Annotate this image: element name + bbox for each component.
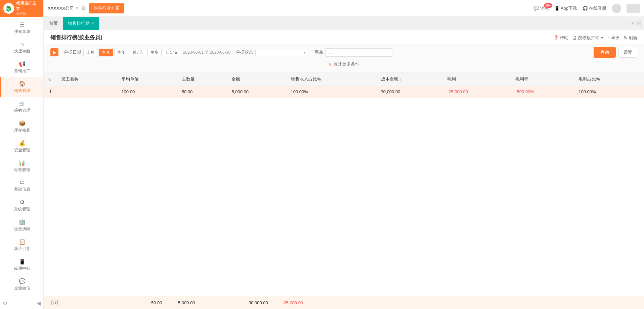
sidebar-label-quick-nav: 快捷导航 <box>14 48 30 54</box>
goods-input[interactable]: ... <box>325 48 392 57</box>
sidebar-item-marketing[interactable]: 📢营销推广 <box>0 57 43 77</box>
tab-home[interactable]: 首页 <box>44 17 63 30</box>
user-avatar[interactable] <box>612 4 621 13</box>
date-btn-last-month[interactable]: 上月 <box>83 49 97 56</box>
phone-icon: 📱 <box>554 6 560 11</box>
sidebar-icon-purchase: 🛒 <box>19 100 26 107</box>
refresh-icon: ↻ <box>624 35 628 40</box>
topbar-gear-icon[interactable]: ⚙ <box>81 5 86 11</box>
goods-ellipsis: ... <box>328 50 332 55</box>
settings-button[interactable]: 设置 <box>618 47 637 58</box>
cell-cost: 30,000.00 <box>377 86 443 98</box>
user-menu[interactable] <box>627 4 640 13</box>
col-profit-rate: 毛利率 <box>511 73 574 86</box>
tab-close-icon[interactable]: × <box>92 21 94 26</box>
goods-filter: 商品 ... <box>314 48 392 57</box>
export-icon: ↑ <box>608 35 610 40</box>
query-button[interactable]: 查询 <box>594 47 616 58</box>
print-button[interactable]: 🖨 按模板打印 ▼ <box>572 35 604 41</box>
topbar: XXXXXX公司 ▼ ⚙ 体验行业方案 💬 消息 99+ 📱 App下载 🎧 在… <box>44 0 644 17</box>
sidebar-item-newbie[interactable]: 📋新手引导 <box>0 235 43 255</box>
sidebar-label-app-center: 应用中心 <box>14 266 30 271</box>
sidebar-label-sales: 销售管理 <box>14 88 30 94</box>
sidebar-label-inventory: 库存核算 <box>14 127 30 133</box>
expand-icon: ∨ <box>329 62 332 67</box>
date-btn-custom[interactable]: 自定义 <box>163 49 181 56</box>
tabbar: 首页 销售排行榜 × × ⊡ <box>44 17 644 30</box>
date-label: 单据日期 <box>64 49 81 55</box>
sidebar-item-operation[interactable]: 📊经营管理 <box>0 156 43 176</box>
sidebar-label-basic-info: 基础信息 <box>14 187 30 192</box>
sidebar-item-finance[interactable]: 💰资金管理 <box>0 137 43 156</box>
sidebar-icon-basic-info: 🗂 <box>19 179 25 186</box>
refresh-label: 刷新 <box>629 35 637 41</box>
sidebar-label-operation: 经营管理 <box>14 167 30 173</box>
filter-collapse-btn[interactable]: ▶ <box>50 48 58 56</box>
date-btn-more[interactable]: 更多 <box>147 49 162 56</box>
footer-quantity: 50.00 <box>151 300 178 305</box>
company-name: XXXXXX公司 <box>48 5 74 11</box>
table-row: 1 100.00 50.00 5,000.00 100.00% 30,000.0… <box>44 86 644 98</box>
help-link[interactable]: ❓ 帮助 <box>553 35 568 41</box>
date-btn-7days[interactable]: 近7天 <box>130 49 146 56</box>
app-download-button[interactable]: 📱 App下载 <box>554 5 577 11</box>
sidebar-item-sales[interactable]: 🏠销售管理 <box>0 77 43 97</box>
sidebar-logo: 🐉 畅康通好生意 标准版 <box>0 0 43 17</box>
date-btn-this-year[interactable]: 本年 <box>114 49 128 56</box>
status-select[interactable]: ▼ <box>255 49 309 56</box>
sidebar-icon-search-order: ☰ <box>20 21 25 28</box>
sidebar: 🐉 畅康通好生意 标准版 ☰搜索菜单⌂快捷导航📢营销推广🏠销售管理🛒采购管理📦库… <box>0 0 44 309</box>
sidebar-icon-enterprise: 🏢 <box>19 219 26 225</box>
refresh-button[interactable]: ↻ 刷新 <box>624 35 637 41</box>
status-label: 单据状态 <box>236 49 253 55</box>
message-button[interactable]: 💬 消息 99+ <box>534 5 549 11</box>
sidebar-item-enterprise[interactable]: 🏢企业协同 <box>0 215 43 235</box>
sidebar-item-quick-nav[interactable]: ⌂快捷导航 <box>0 38 43 57</box>
tab-sales-ranking[interactable]: 销售排行榜 × <box>63 17 99 30</box>
col-avg-price: 平均单价 <box>117 73 177 86</box>
window-maximize-icon[interactable]: ⊡ <box>637 20 641 27</box>
print-dropdown-icon: ▼ <box>601 36 604 40</box>
page-actions: ❓ 帮助 🖨 按模板打印 ▼ ↑ 导出 ↻ 刷新 <box>553 35 637 41</box>
headset-icon: 🎧 <box>583 6 588 11</box>
home-tab-label: 首页 <box>49 20 58 27</box>
cell-rank: 1 <box>44 86 57 98</box>
sidebar-icon-newbie: 📋 <box>19 239 26 245</box>
company-selector[interactable]: XXXXXX公司 ▼ <box>48 5 79 11</box>
expand-label: 展开更多条件 <box>333 61 359 67</box>
sidebar-item-system[interactable]: ⚙系统管理 <box>0 196 43 215</box>
window-close-icon[interactable]: × <box>631 20 634 27</box>
table-wrapper: ☆ 员工名称 平均单价 主数量 全额 销售收入占比% 成本全额 ℹ 毛利 毛利率… <box>44 73 644 296</box>
filter-more-row: ∨ 展开更多条件 <box>50 58 637 70</box>
app-name: 畅康通好生意 <box>16 1 40 11</box>
ranking-table: ☆ 员工名称 平均单价 主数量 全额 销售收入占比% 成本全额 ℹ 毛利 毛利率… <box>44 73 644 98</box>
sidebar-item-inventory[interactable]: 📦库存核算 <box>0 117 43 137</box>
date-buttons: 上月 本月 本年 近7天 更多 自定义 <box>83 49 181 56</box>
sidebar-item-enterprise-wechat[interactable]: 💬企业微信 <box>0 275 43 295</box>
page-header: 销售排行榜(按业务员) ❓ 帮助 🖨 按模板打印 ▼ ↑ 导出 ↻ 刷新 <box>44 30 644 44</box>
date-btn-this-month[interactable]: 本月 <box>99 49 113 56</box>
col-name: 员工名称 <box>57 73 117 86</box>
cell-quantity: 50.00 <box>178 86 228 98</box>
col-cost: 成本全额 ℹ <box>377 73 443 86</box>
help-label: 帮助 <box>560 35 568 41</box>
sidebar-label-enterprise: 企业协同 <box>14 226 30 232</box>
sidebar-item-purchase[interactable]: 🛒采购管理 <box>0 97 43 117</box>
sidebar-item-app-center[interactable]: 📱应用中心 <box>0 255 43 275</box>
sidebar-item-basic-info[interactable]: 🗂基础信息 <box>0 176 43 196</box>
sidebar-icon-quick-nav: ⌂ <box>20 41 24 47</box>
online-service-button[interactable]: 🎧 在线客服 <box>583 5 606 11</box>
table-header-row: ☆ 员工名称 平均单价 主数量 全额 销售收入占比% 成本全额 ℹ 毛利 毛利率… <box>44 73 644 86</box>
settings-icon[interactable]: ⚙ <box>3 300 7 306</box>
sidebar-item-search-order[interactable]: ☰搜索菜单 <box>0 18 43 38</box>
expand-more-btn[interactable]: ∨ 展开更多条件 <box>326 60 362 68</box>
trial-button[interactable]: 体验行业方案 <box>89 3 124 13</box>
sidebar-item-member[interactable]: ♛畅会员 <box>0 295 43 297</box>
export-button[interactable]: ↑ 导出 <box>608 35 620 41</box>
sidebar-icon-marketing: 📢 <box>19 61 26 67</box>
tabbar-window-controls: × ⊡ <box>629 17 644 30</box>
sidebar-menu: ☰搜索菜单⌂快捷导航📢营销推广🏠销售管理🛒采购管理📦库存核算💰资金管理📊经营管理… <box>0 17 43 297</box>
export-label: 导出 <box>611 35 620 41</box>
collapse-icon[interactable]: ◀ <box>37 300 41 306</box>
topbar-right: 💬 消息 99+ 📱 App下载 🎧 在线客服 <box>534 4 640 13</box>
